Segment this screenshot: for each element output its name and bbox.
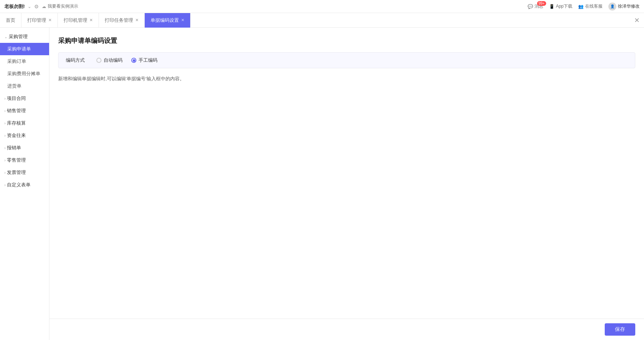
auto-code-label: 自动编码 <box>104 57 123 64</box>
user-menu[interactable]: 👤 徐泽华修改 <box>608 3 640 11</box>
tab-single-code[interactable]: 单据编码设置 ✕ <box>145 13 191 28</box>
sidebar-group-project-title[interactable]: › 项目合同 <box>0 92 49 105</box>
sidebar-group-inventory-title[interactable]: › 库存核算 <box>0 117 49 129</box>
top-bar-left: 老板勿割! ⌄ ⚙ ☁ 我要看实例演示 <box>4 3 78 10</box>
sidebar-group-retail-label: 零售管理 <box>7 157 26 163</box>
arrow-right-icon: › <box>4 183 5 187</box>
tab-home-label: 首页 <box>6 17 15 24</box>
sidebar-group-retail-title[interactable]: › 零售管理 <box>0 154 49 166</box>
arrow-right-icon: › <box>4 158 5 162</box>
sidebar-group-project: › 项目合同 <box>0 92 49 105</box>
sidebar-group-custom-label: 自定义表单 <box>7 182 31 188</box>
tab-print-task[interactable]: 打印任务管理 ✕ <box>99 13 145 28</box>
message-icon: 💬 <box>528 4 533 9</box>
app-icon: 📱 <box>549 4 555 9</box>
user-name: 徐泽华修改 <box>618 3 640 9</box>
sidebar-group-purchase: ⌄ 采购管理 采购申请单 采购订单 采购费用分摊单 进货单 <box>0 31 49 92</box>
manual-code-radio[interactable] <box>131 58 136 63</box>
sidebar-item-purchase-request[interactable]: 采购申请单 <box>0 43 49 55</box>
arrow-right-icon: › <box>4 109 5 113</box>
online-service-button[interactable]: 👥 在线客服 <box>578 3 603 9</box>
nav-arrows: ⌄ <box>28 4 31 9</box>
arrow-down-icon: ⌄ <box>4 35 7 39</box>
sidebar-group-capital: › 资金往来 <box>0 129 49 142</box>
top-bar: 老板勿割! ⌄ ⚙ ☁ 我要看实例演示 💬 消息 99+ 📱 App下载 👥 在… <box>0 0 644 13</box>
sidebar-item-purchase-expense[interactable]: 采购费用分摊单 <box>0 68 49 80</box>
sidebar-group-retail: › 零售管理 <box>0 154 49 166</box>
sidebar-group-purchase-title[interactable]: ⌄ 采购管理 <box>0 31 49 43</box>
sidebar-item-purchase-expense-label: 采购费用分摊单 <box>7 71 40 76</box>
content-footer: 保存 <box>49 319 644 340</box>
tab-single-code-close[interactable]: ✕ <box>181 18 184 23</box>
auto-code-radio[interactable] <box>96 58 101 63</box>
tab-print-mgmt[interactable]: 打印管理 ✕ <box>21 13 58 28</box>
gear-icon[interactable]: ⚙ <box>34 4 39 9</box>
sidebar-group-invoice-title[interactable]: › 发票管理 <box>0 166 49 179</box>
demo-text: 我要看实例演示 <box>48 3 78 9</box>
tab-print-task-close[interactable]: ✕ <box>135 18 139 23</box>
sidebar-group-returns: › 报销单 <box>0 142 49 154</box>
save-button[interactable]: 保存 <box>605 323 635 336</box>
app-label: App下载 <box>556 3 572 9</box>
manual-code-label: 手工编码 <box>139 57 157 64</box>
app-title: 老板勿割! <box>4 3 25 10</box>
sidebar-item-purchase-order[interactable]: 采购订单 <box>0 55 49 68</box>
top-bar-right: 💬 消息 99+ 📱 App下载 👥 在线客服 👤 徐泽华修改 <box>528 3 640 11</box>
sidebar-group-sales: › 销售管理 <box>0 105 49 117</box>
sidebar-group-inventory-label: 库存核算 <box>7 120 26 126</box>
sidebar-item-purchase-order-label: 采购订单 <box>7 58 26 64</box>
sidebar-group-returns-title[interactable]: › 报销单 <box>0 142 49 154</box>
sidebar-group-invoice: › 发票管理 <box>0 166 49 179</box>
manual-code-option[interactable]: 手工编码 <box>131 57 157 64</box>
tab-single-code-label: 单据编码设置 <box>151 17 179 24</box>
arrow-right-icon: › <box>4 97 5 101</box>
tab-print-mgmt-label: 打印管理 <box>27 17 46 24</box>
cloud-icon: ☁ <box>42 4 46 9</box>
service-label: 在线客服 <box>585 3 603 9</box>
sidebar-group-custom: › 自定义表单 <box>0 179 49 191</box>
arrow-right-icon: › <box>4 146 5 150</box>
encoding-label: 编码方式 <box>66 57 85 64</box>
auto-code-option[interactable]: 自动编码 <box>96 57 123 64</box>
avatar-icon: 👤 <box>610 4 615 8</box>
message-badge: 99+ <box>537 1 546 6</box>
sidebar-group-sales-title[interactable]: › 销售管理 <box>0 105 49 117</box>
sidebar-group-capital-title[interactable]: › 资金往来 <box>0 129 49 142</box>
sidebar-group-custom-title[interactable]: › 自定义表单 <box>0 179 49 191</box>
sidebar-item-purchase-request-label: 采购申请单 <box>7 46 31 52</box>
sidebar-group-returns-label: 报销单 <box>7 145 21 151</box>
avatar: 👤 <box>608 3 616 11</box>
app-download-button[interactable]: 📱 App下载 <box>549 3 572 9</box>
tab-home[interactable]: 首页 <box>0 13 21 28</box>
sidebar: ⌄ 采购管理 采购申请单 采购订单 采购费用分摊单 进货单 › 项目合同 <box>0 28 49 340</box>
message-button[interactable]: 💬 消息 99+ <box>528 3 543 9</box>
tab-print-task-label: 打印任务管理 <box>105 17 133 24</box>
sidebar-item-stock-in[interactable]: 进货单 <box>0 80 49 92</box>
arrow-right-icon: › <box>4 121 5 125</box>
sidebar-group-capital-label: 资金往来 <box>7 132 26 139</box>
sidebar-item-stock-in-label: 进货单 <box>7 83 21 89</box>
tab-bar: 首页 打印管理 ✕ 打印机管理 ✕ 打印任务管理 ✕ 单据编码设置 ✕ ✕ <box>0 13 644 28</box>
hint-text: 新增和编辑单据编辑时,可以编辑'单据编号'输入框中的内容。 <box>58 76 635 82</box>
encoding-section: 编码方式 自动编码 手工编码 <box>58 52 635 68</box>
arrow-right-icon: › <box>4 134 5 138</box>
content-body: 采购申请单编码设置 编码方式 自动编码 手工编码 新增和编辑单据编辑时,可以编辑… <box>49 28 644 319</box>
close-all-tabs[interactable]: ✕ <box>630 13 644 28</box>
arrow-right-icon: › <box>4 171 5 175</box>
service-icon: 👥 <box>578 4 584 9</box>
page-title: 采购申请单编码设置 <box>58 36 635 45</box>
sidebar-group-purchase-label: 采购管理 <box>9 33 28 40</box>
tab-printer-mgmt[interactable]: 打印机管理 ✕ <box>58 13 99 28</box>
tab-printer-mgmt-label: 打印机管理 <box>64 17 87 24</box>
sidebar-group-inventory: › 库存核算 <box>0 117 49 129</box>
tab-printer-mgmt-close[interactable]: ✕ <box>89 18 93 23</box>
sidebar-group-invoice-label: 发票管理 <box>7 169 26 176</box>
sidebar-group-project-label: 项目合同 <box>7 95 26 102</box>
arrow-down-icon[interactable]: ⌄ <box>28 4 31 9</box>
tab-print-mgmt-close[interactable]: ✕ <box>48 18 52 23</box>
main-layout: ⌄ 采购管理 采购申请单 采购订单 采购费用分摊单 进货单 › 项目合同 <box>0 28 644 340</box>
content-area: 采购申请单编码设置 编码方式 自动编码 手工编码 新增和编辑单据编辑时,可以编辑… <box>49 28 644 340</box>
demo-link[interactable]: ☁ 我要看实例演示 <box>42 3 78 9</box>
sidebar-group-sales-label: 销售管理 <box>7 108 26 114</box>
